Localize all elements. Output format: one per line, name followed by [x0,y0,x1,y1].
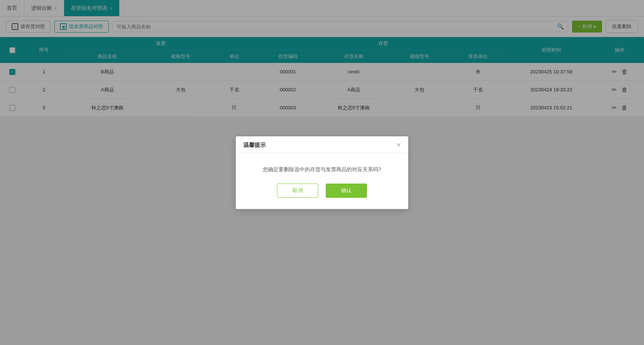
modal-overlay: 温馨提示 × 您确定要删除选中的存货与发票商品的对应关系吗? 取消 确认 [0,0,644,117]
